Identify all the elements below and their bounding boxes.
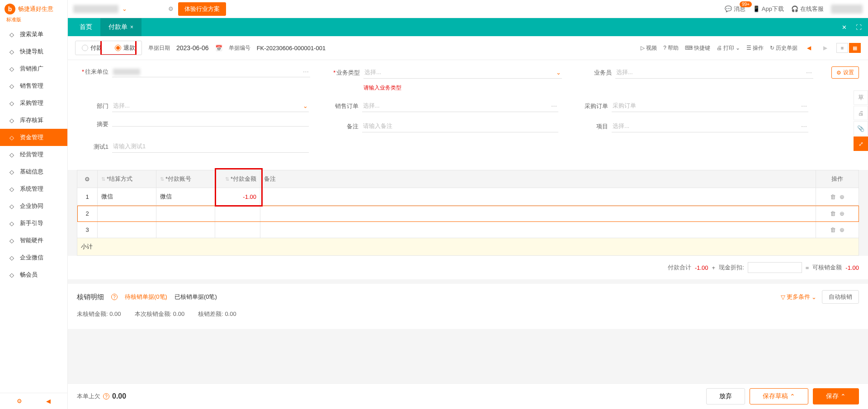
delete-row-icon[interactable]: 🗑: [830, 210, 836, 217]
summary-bar: 付款合计 -1.00 + 现金折扣: = 可核销金额 -1.00: [68, 256, 868, 279]
sidebar-item-2[interactable]: ◇营销推广: [0, 60, 67, 77]
prev-doc-button[interactable]: ◀: [804, 43, 814, 53]
shortcut-link[interactable]: ⌨快捷键: [685, 44, 710, 52]
date-value[interactable]: 2023-06-06: [176, 44, 209, 52]
col-method[interactable]: *结算方式: [98, 170, 156, 188]
biztype-select[interactable]: 选择...⌄: [363, 66, 561, 79]
tab-pending[interactable]: 待核销单据(0笔): [125, 293, 167, 301]
info-icon: ◇: [8, 168, 15, 175]
collapse-icon[interactable]: ◀: [46, 398, 51, 404]
app-download-link[interactable]: 📱 App下载: [753, 5, 784, 13]
settings-icon[interactable]: ⚙: [17, 398, 22, 404]
table-row[interactable]: 1微信微信-1.00🗑⊕: [77, 188, 859, 206]
gear-icon: ⚙: [836, 70, 841, 76]
customer-service-link[interactable]: 🎧 在线客服: [791, 5, 824, 13]
gear-icon[interactable]: ⚙: [168, 5, 174, 12]
messages-link[interactable]: 💬 消息 99+: [725, 5, 745, 13]
field-unit: *往来单位 ⋯: [77, 66, 310, 77]
col-remark[interactable]: 备注: [260, 170, 816, 188]
salesman-select[interactable]: 选择...⋯: [615, 66, 813, 79]
lookup-icon[interactable]: ⋯: [801, 103, 807, 109]
auto-writeoff-button[interactable]: 自动核销: [822, 290, 859, 304]
sidebar-item-10[interactable]: ◇企业协同: [0, 197, 67, 215]
view-card-button[interactable]: ▦: [849, 43, 861, 53]
print-link[interactable]: 🖨打印⌄: [717, 44, 740, 52]
payment-table: ⚙ *结算方式 *付款账号 *付款金额 备注 操作 1微信微信-1.00🗑⊕2🗑…: [77, 170, 859, 256]
team-icon: ◇: [8, 202, 15, 210]
next-doc-button[interactable]: ▶: [820, 43, 830, 53]
pay-total-value: -1.00: [695, 264, 708, 271]
lookup-icon[interactable]: ⋯: [303, 68, 309, 75]
tab-close-all-icon[interactable]: ✕: [838, 21, 850, 33]
close-icon[interactable]: ×: [130, 24, 133, 30]
menu-icon: ☰: [746, 45, 751, 51]
fullscreen-icon[interactable]: ⛶: [853, 21, 864, 33]
help-icon[interactable]: ?: [103, 393, 109, 400]
abandon-button[interactable]: 放弃: [706, 388, 745, 404]
view-list-button[interactable]: ≡: [836, 43, 848, 53]
chevron-down-icon: ⌄: [122, 5, 127, 12]
rail-draft-icon[interactable]: 草: [854, 90, 868, 105]
rail-expand-icon[interactable]: ⤢: [854, 136, 868, 151]
add-row-icon[interactable]: ⊕: [840, 226, 844, 233]
test1-input[interactable]: 请输入测试1: [112, 141, 309, 153]
tab-payment[interactable]: 付款单 ×: [100, 18, 142, 36]
message-badge: 99+: [740, 1, 752, 7]
lookup-icon[interactable]: ⋯: [801, 123, 807, 130]
save-button[interactable]: 保存⌃: [813, 388, 859, 404]
tab-done[interactable]: 已核销单据(0笔): [175, 293, 217, 301]
rail-print-icon[interactable]: 🖨: [854, 106, 868, 120]
dept-select[interactable]: 选择...⌄: [112, 100, 309, 112]
sidebar-item-0[interactable]: ◇搜索菜单: [0, 26, 67, 43]
sidebar-item-1[interactable]: ◇快捷导航: [0, 43, 67, 60]
cash-discount-input[interactable]: [748, 262, 802, 273]
user-avatar[interactable]: [831, 5, 863, 14]
sidebar-item-8[interactable]: ◇基础信息: [0, 163, 67, 180]
sidebar-item-12[interactable]: ◇智能硬件: [0, 232, 67, 249]
docno-value: FK-20230606-000001-001: [257, 45, 326, 52]
radio-payment[interactable]: 付款: [75, 41, 108, 55]
purchase-order-select[interactable]: 采购订单⋯: [612, 100, 808, 112]
radio-refund[interactable]: 退款: [108, 41, 142, 55]
lookup-icon[interactable]: ⋯: [806, 69, 812, 76]
sidebar-item-13[interactable]: ◇企业微信: [0, 249, 67, 266]
sidebar-item-7[interactable]: ◇经营管理: [0, 146, 67, 163]
trial-button[interactable]: 体验行业方案: [178, 2, 226, 16]
lookup-icon[interactable]: ⋯: [551, 103, 557, 109]
sidebar-item-6[interactable]: ◇资金管理: [0, 129, 67, 146]
history-link[interactable]: ↻历史单据: [770, 44, 797, 52]
col-amount[interactable]: *付款金额: [215, 170, 260, 188]
sidebar-item-3[interactable]: ◇销售管理: [0, 77, 67, 94]
table-row[interactable]: 2🗑⊕: [77, 206, 859, 222]
sales-order-select[interactable]: 选择...⋯: [362, 100, 559, 112]
company-selector[interactable]: ⌄: [73, 5, 164, 13]
help-icon[interactable]: ?: [111, 294, 118, 300]
add-row-icon[interactable]: ⊕: [840, 210, 844, 217]
help-link[interactable]: ?帮助: [663, 44, 679, 52]
col-account[interactable]: *付款账号: [156, 170, 215, 188]
delete-row-icon[interactable]: 🗑: [830, 193, 836, 200]
sidebar: b 畅捷通好生意 标准版 ◇搜索菜单◇快捷导航◇营销推广◇销售管理◇采购管理◇库…: [0, 0, 68, 409]
project-select[interactable]: 选择...⋯: [612, 120, 808, 132]
delete-row-icon[interactable]: 🗑: [830, 226, 836, 233]
ops-link[interactable]: ☰操作: [746, 44, 764, 52]
sidebar-item-4[interactable]: ◇采购管理: [0, 94, 67, 112]
unit-input[interactable]: ⋯: [112, 66, 310, 77]
sidebar-item-11[interactable]: ◇新手引导: [0, 215, 67, 232]
rail-attach-icon[interactable]: 📎: [854, 121, 868, 136]
more-filter-link[interactable]: ▽更多条件⌄: [781, 293, 816, 301]
sidebar-item-5[interactable]: ◇库存核算: [0, 112, 67, 129]
sidebar-item-14[interactable]: ◇畅会员: [0, 266, 67, 283]
tab-home[interactable]: 首页: [71, 18, 100, 36]
settings-button[interactable]: ⚙设置: [831, 66, 859, 79]
col-gear[interactable]: ⚙: [77, 170, 98, 188]
summary-input[interactable]: [112, 122, 309, 127]
calendar-icon[interactable]: 📅: [215, 45, 222, 52]
video-link[interactable]: ▷视频: [641, 44, 657, 52]
table-row[interactable]: 3🗑⊕: [77, 222, 859, 238]
remark-input[interactable]: 请输入备注: [362, 120, 559, 132]
add-row-icon[interactable]: ⊕: [840, 193, 844, 200]
sidebar-item-9[interactable]: ◇系统管理: [0, 180, 67, 197]
headset-icon: 🎧: [791, 5, 798, 12]
save-draft-button[interactable]: 保存草稿⌃: [750, 388, 808, 404]
